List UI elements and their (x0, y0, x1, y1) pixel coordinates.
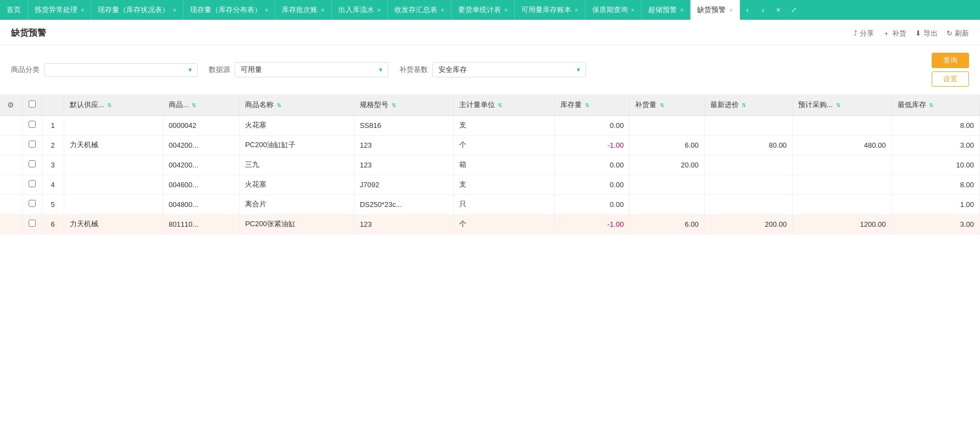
row-check-cell (22, 115, 42, 135)
replenish-base-label: 补货基数 (399, 65, 428, 75)
row-name: 三九 (240, 155, 354, 175)
category-select[interactable]: ▾ (44, 63, 198, 77)
sort-est-purchase-icon[interactable]: ⇅ (836, 102, 840, 108)
row-spec: DS250*23c... (354, 194, 453, 214)
page-header: 缺货预警 ⤴ 分享 ＋ 补货 ⬇ 导出 ↻ 刷新 (0, 20, 980, 45)
tab-overstock[interactable]: 超储预警 × (642, 0, 691, 20)
th-sku: 商品... ⇅ (163, 94, 239, 115)
settings-button[interactable]: 设置 (932, 71, 969, 87)
tab-close-order-stat[interactable]: × (504, 7, 508, 13)
sort-supplier-icon[interactable]: ⇅ (107, 102, 112, 108)
tab-inventory-dist[interactable]: 现存量（库存分布表） × (183, 0, 275, 20)
row-spec: SS816 (354, 115, 453, 135)
share-action[interactable]: ⤴ 分享 (854, 29, 874, 38)
data-source-select-value: 可用量 (241, 65, 262, 75)
sort-spec-icon[interactable]: ⇅ (392, 102, 396, 108)
tab-collect-total[interactable]: 收发存汇总表 × (388, 0, 451, 20)
sort-latest-price-icon[interactable]: ⇅ (742, 102, 746, 108)
replenish-action[interactable]: ＋ 补货 (883, 29, 906, 38)
row-replenish (630, 175, 704, 194)
tab-exception[interactable]: 拣货异常处理 × (28, 0, 91, 20)
tab-inout-flow[interactable]: 出入库流水 × (332, 0, 388, 20)
table-body: 1 0000042 火花塞 SS816 支 0.00 8.00 2 力天机械 0… (0, 115, 980, 234)
row-checkbox[interactable] (29, 220, 36, 227)
tab-batch-account[interactable]: 库存批次账 × (275, 0, 331, 20)
tab-home[interactable]: 首页 (0, 0, 28, 20)
tab-order-stat[interactable]: 要货单统计表 × (452, 0, 515, 20)
tab-expiry-query[interactable]: 保质期查询 × (586, 0, 642, 20)
tab-close-overstock[interactable]: × (680, 7, 683, 13)
tab-close-inventory-dist[interactable]: × (265, 7, 268, 13)
row-checkbox[interactable] (29, 141, 36, 148)
row-supplier (64, 194, 163, 214)
row-min-stock: 3.00 (892, 214, 979, 234)
row-stock: -1.00 (555, 135, 630, 155)
tab-close-all[interactable]: × (771, 0, 786, 20)
sort-replenish-icon[interactable]: ⇅ (660, 102, 664, 108)
table-gear-icon[interactable]: ⚙ (7, 100, 14, 109)
tab-close-available-ledger[interactable]: × (575, 7, 578, 13)
row-est-purchase (793, 175, 892, 194)
data-source-label: 数据源 (209, 65, 230, 75)
refresh-action[interactable]: ↻ 刷新 (946, 29, 969, 38)
row-check-cell (22, 175, 42, 194)
row-checkbox[interactable] (29, 200, 36, 207)
row-check-cell (22, 194, 42, 214)
refresh-icon: ↻ (946, 29, 953, 37)
row-supplier (64, 155, 163, 175)
row-settings-cell (0, 175, 22, 194)
row-index: 1 (42, 115, 64, 135)
row-est-purchase (793, 155, 892, 175)
row-latest-price (704, 155, 792, 175)
select-all-checkbox[interactable] (29, 100, 36, 108)
table-row: 1 0000042 火花塞 SS816 支 0.00 8.00 (0, 115, 980, 135)
query-button[interactable]: 查询 (932, 53, 969, 68)
sort-stock-icon[interactable]: ⇅ (585, 102, 589, 108)
th-settings: ⚙ (0, 94, 22, 115)
tab-nav-next[interactable]: › (755, 0, 771, 20)
sort-sku-icon[interactable]: ⇅ (192, 102, 196, 108)
sort-name-icon[interactable]: ⇅ (277, 102, 281, 108)
th-unit: 主计量单位 ⇅ (453, 94, 554, 115)
tab-close-shortage[interactable]: × (729, 7, 732, 13)
replenish-base-select[interactable]: 安全库存 ▾ (432, 62, 586, 77)
row-checkbox[interactable] (29, 180, 36, 187)
row-unit: 个 (453, 135, 554, 155)
data-source-select[interactable]: 可用量 ▾ (235, 62, 388, 77)
tab-inventory-status[interactable]: 现存量（库存状况表） × (91, 0, 183, 20)
table-container: ⚙ 默认供应... ⇅ 商品... ⇅ 商品名称 (0, 94, 980, 437)
row-sku: 004200... (163, 135, 239, 155)
tab-close-exception[interactable]: × (81, 7, 84, 13)
row-checkbox[interactable] (29, 121, 36, 128)
row-latest-price (704, 194, 792, 214)
sort-unit-icon[interactable]: ⇅ (498, 102, 502, 108)
row-replenish (630, 194, 704, 214)
filter-area: 商品分类 ▾ 数据源 可用量 ▾ 补货基数 安全库存 ▾ 查询 设置 (0, 45, 980, 94)
tab-nav-prev[interactable]: ‹ (740, 0, 755, 20)
replenish-base-arrow-icon: ▾ (577, 66, 580, 74)
table-row: 4 004600... 火花塞 J7092 支 0.00 8.00 (0, 175, 980, 194)
row-est-purchase (793, 115, 892, 135)
tab-shortage[interactable]: 缺货预警 × (691, 0, 739, 20)
table-row: 5 004800... 离合片 DS250*23c... 只 0.00 1.00 (0, 194, 980, 214)
data-source-filter-group: 数据源 可用量 ▾ (209, 62, 388, 77)
export-action[interactable]: ⬇ 导出 (915, 29, 938, 38)
row-checkbox[interactable] (29, 160, 36, 167)
page-title: 缺货预警 (11, 27, 46, 39)
row-name: PC200油缸缸子 (240, 135, 354, 155)
header-actions: ⤴ 分享 ＋ 补货 ⬇ 导出 ↻ 刷新 (854, 29, 969, 38)
tab-close-inout-flow[interactable]: × (377, 7, 381, 13)
row-stock: 0.00 (555, 115, 630, 135)
row-index: 6 (42, 214, 64, 234)
tab-available-ledger[interactable]: 可用量库存账本 × (515, 0, 585, 20)
tab-close-collect-total[interactable]: × (441, 7, 444, 13)
row-settings-cell (0, 194, 22, 214)
row-sku: 801110... (163, 214, 239, 234)
tab-close-inventory-status[interactable]: × (172, 7, 176, 13)
tab-close-expiry-query[interactable]: × (631, 7, 634, 13)
export-icon: ⬇ (915, 29, 921, 37)
tab-fullscreen[interactable]: ⤢ (786, 0, 801, 20)
sort-min-stock-icon[interactable]: ⇅ (929, 102, 933, 108)
tab-close-batch-account[interactable]: × (321, 7, 324, 13)
row-name: 火花塞 (240, 175, 354, 194)
